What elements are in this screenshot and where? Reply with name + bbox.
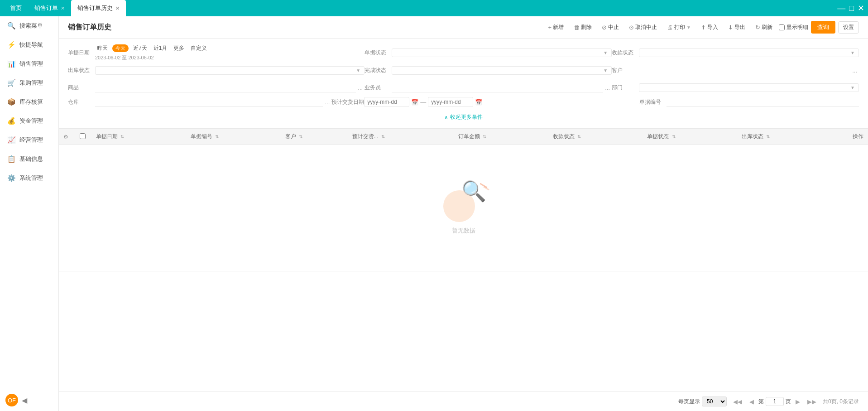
next-page-btn[interactable]: ▶ <box>793 397 803 406</box>
sidebar-item-purchase-mgmt[interactable]: 🛒 采购管理 <box>0 73 58 92</box>
sort-date-icon[interactable]: ⇅ <box>120 134 124 139</box>
first-page-btn[interactable]: ◀◀ <box>730 397 745 406</box>
complete-status-chevron: ▼ <box>603 68 608 73</box>
refresh-button[interactable]: ↻ 刷新 <box>752 22 776 33</box>
page-input[interactable] <box>766 397 784 406</box>
date-7days-btn[interactable]: 近7天 <box>131 44 149 53</box>
receipt-status-select[interactable]: ▼ <box>639 48 859 57</box>
sort-customer-icon[interactable]: ⇅ <box>299 134 302 139</box>
doc-status-select[interactable]: ▼ <box>392 48 612 57</box>
doc-status-chevron: ▼ <box>603 50 608 55</box>
table-body: 🔍 暂无数据 <box>59 145 868 271</box>
sidebar-item-inventory[interactable]: 📦 库存核算 <box>0 92 58 111</box>
query-button[interactable]: 查询 <box>811 21 835 34</box>
date-today-btn[interactable]: 今天 <box>112 44 129 52</box>
date-more-btn[interactable]: 更多 <box>172 44 186 53</box>
date-1month-btn[interactable]: 近1月 <box>152 44 169 53</box>
expect-date-from[interactable] <box>364 97 409 107</box>
complete-status-select[interactable]: ▼ <box>392 66 612 75</box>
sidebar-item-sales-mgmt[interactable]: 📊 销售管理 <box>0 54 58 73</box>
tab-close-sales-order[interactable]: ✕ <box>61 5 65 11</box>
table-settings-icon[interactable]: ⚙ <box>63 134 68 140</box>
minimize-btn[interactable]: — <box>837 4 845 12</box>
export-button[interactable]: ⬇ 导出 <box>724 22 749 33</box>
delete-icon: 🗑 <box>574 24 580 31</box>
sort-amount-icon[interactable]: ⇅ <box>483 134 486 139</box>
sidebar-collapse-btn[interactable]: ◀ <box>22 396 27 405</box>
quick-nav-icon: ⚡ <box>7 41 16 49</box>
date-range-display: 2023-06-02 至 2023-06-02 <box>95 54 364 61</box>
collapse-btn[interactable]: ∧ 收起更多条件 <box>68 111 859 123</box>
sort-out-status-icon[interactable]: ⇅ <box>766 134 770 139</box>
refresh-icon: ↻ <box>755 24 760 31</box>
date-custom-btn[interactable]: 自定义 <box>189 44 209 53</box>
th-expect-date: 预计交货... ⇅ <box>348 129 454 145</box>
sidebar: 🔍 搜索菜单 ⚡ 快捷导航 📊 销售管理 🛒 采购管理 📦 库存核算 💰 资金管… <box>0 16 59 411</box>
sys-mgmt-icon: ⚙️ <box>7 174 16 182</box>
filter-row-3: 商品 ... 业务员 ... 部门 ▼ <box>68 83 859 92</box>
filter-row-4: 仓库 ... 预计交货日期 📅 — 📅 单据编号 <box>68 97 859 107</box>
tab-sales-order[interactable]: 销售订单 ✕ <box>28 0 71 16</box>
dept-select[interactable]: ▼ <box>639 83 859 92</box>
warehouse-input[interactable] <box>95 97 323 107</box>
content-area: 销售订单历史 + 新增 🗑 删除 ⊘ 中止 ⊙ 取消中止 <box>59 16 868 411</box>
goods-input[interactable] <box>95 83 356 92</box>
stop-button[interactable]: ⊘ 中止 <box>598 22 623 33</box>
sidebar-item-basic-info[interactable]: 📋 基础信息 <box>0 150 58 169</box>
customer-ellipsis[interactable]: ... <box>850 67 859 74</box>
th-actions: 操作 <box>832 129 868 145</box>
delete-button[interactable]: 🗑 删除 <box>570 22 595 33</box>
tab-home[interactable]: 首页 <box>4 0 28 16</box>
sort-expect-date-icon[interactable]: ⇅ <box>381 134 385 139</box>
prev-page-btn[interactable]: ◀ <box>747 397 757 406</box>
toolbar: + 新增 🗑 删除 ⊘ 中止 ⊙ 取消中止 🖨 打印 <box>545 21 859 38</box>
sidebar-item-ops[interactable]: 📈 经营管理 <box>0 131 58 150</box>
customer-input[interactable] <box>639 66 850 75</box>
search-menu-icon: 🔍 <box>7 22 16 30</box>
tab-sales-order-history[interactable]: 销售订单历史 ✕ <box>71 0 126 16</box>
th-amount: 订单金额 ⇅ <box>454 129 548 145</box>
import-button[interactable]: ⬆ 导入 <box>697 22 722 33</box>
goods-ellipsis[interactable]: ... <box>356 84 364 91</box>
sort-doc-status-icon[interactable]: ⇅ <box>672 134 676 139</box>
sidebar-item-search-menu[interactable]: 🔍 搜索菜单 <box>0 16 58 35</box>
display-toggle-checkbox[interactable] <box>779 24 785 30</box>
staff-ellipsis[interactable]: ... <box>603 84 612 91</box>
th-doc-status: 单据状态 ⇅ <box>643 129 737 145</box>
top-bar: 首页 销售订单 ✕ 销售订单历史 ✕ — □ ✕ <box>0 0 868 16</box>
warehouse-ellipsis[interactable]: ... <box>323 99 331 106</box>
filter-out-stock: 出库状态 ▼ <box>68 66 364 75</box>
page-size-dropdown[interactable]: 50 20 100 <box>702 396 727 406</box>
select-all-checkbox[interactable] <box>80 133 86 139</box>
staff-input[interactable] <box>392 83 603 92</box>
empty-row: 🔍 暂无数据 <box>59 145 868 271</box>
sort-doc-no-icon[interactable]: ⇅ <box>215 134 219 139</box>
expect-date-to[interactable] <box>428 97 473 107</box>
tab-close-history[interactable]: ✕ <box>115 5 120 11</box>
sidebar-item-sys-mgmt[interactable]: ⚙️ 系统管理 <box>0 169 58 188</box>
page-title: 销售订单历史 <box>68 23 111 37</box>
date-yesterday-btn[interactable]: 昨天 <box>95 44 110 53</box>
sidebar-item-finance[interactable]: 💰 资金管理 <box>0 111 58 131</box>
user-avatar[interactable]: OF <box>5 394 18 406</box>
doc-no-input[interactable] <box>667 97 859 107</box>
settings-button[interactable]: 设置 <box>838 21 859 34</box>
collapse-up-icon: ∧ <box>444 114 448 121</box>
add-button[interactable]: + 新增 <box>545 22 568 33</box>
display-toggle[interactable]: 显示明细 <box>779 24 808 31</box>
th-date: 单据日期 ⇅ <box>91 129 186 145</box>
filter-divider <box>68 80 859 80</box>
ops-icon: 📈 <box>7 136 16 144</box>
cancel-stop-button[interactable]: ⊙ 取消中止 <box>625 22 661 33</box>
table-area: ⚙ 单据日期 ⇅ 单据编号 ⇅ <box>59 129 868 392</box>
sort-receipt-icon[interactable]: ⇅ <box>577 134 581 139</box>
print-button[interactable]: 🖨 打印 ▼ <box>663 22 695 33</box>
close-btn[interactable]: ✕ <box>858 4 864 12</box>
calendar-to-icon[interactable]: 📅 <box>475 99 482 106</box>
out-stock-select[interactable]: ▼ <box>95 66 364 75</box>
sidebar-item-quick-nav[interactable]: ⚡ 快捷导航 <box>0 35 58 54</box>
calendar-from-icon[interactable]: 📅 <box>411 99 418 106</box>
window-controls: — □ ✕ <box>837 4 864 12</box>
last-page-btn[interactable]: ▶▶ <box>805 397 819 406</box>
maximize-btn[interactable]: □ <box>849 4 854 12</box>
